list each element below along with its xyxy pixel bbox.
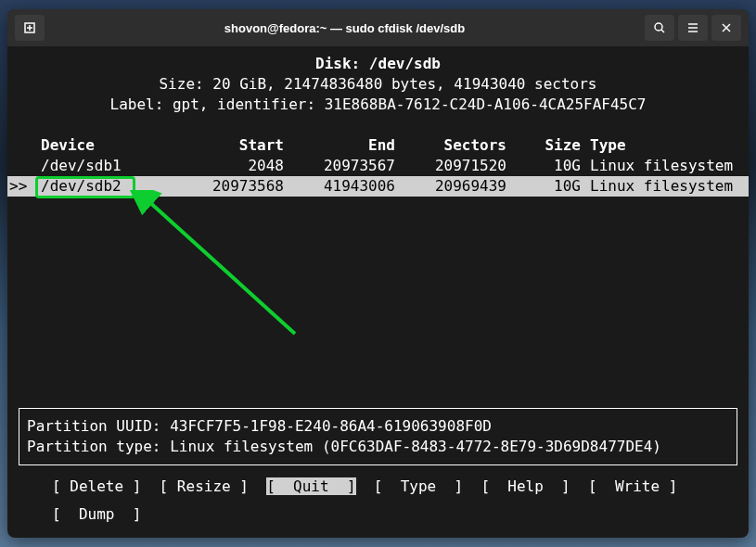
col-sectors: Sectors <box>395 135 506 156</box>
partition-row[interactable]: /dev/sdb1 2048 20973567 20971520 10G Lin… <box>7 156 749 176</box>
terminal-content[interactable]: Disk: /dev/sdb Size: 20 GiB, 21474836480… <box>7 46 749 536</box>
menu-help[interactable]: Help <box>507 477 544 495</box>
menu-type[interactable]: Type <box>401 477 437 495</box>
partition-type-info: Partition type: Linux filesystem (0FC63D… <box>27 437 729 457</box>
col-device: Device <box>41 135 171 156</box>
svg-point-3 <box>655 23 662 31</box>
col-size: Size <box>506 135 581 156</box>
partition-info-box: Partition UUID: 43FCF7F5-1F98-E240-86A4-… <box>19 408 737 465</box>
disk-size-line: Size: 20 GiB, 21474836480 bytes, 4194304… <box>7 74 749 95</box>
titlebar: shovon@fedora:~ — sudo cfdisk /dev/sdb <box>7 9 749 46</box>
search-icon <box>653 21 666 34</box>
menu-delete[interactable]: Delete <box>70 477 123 495</box>
action-menu-row2: [ Dump ] <box>7 501 749 528</box>
disk-label-line: Label: gpt, identifier: 31E868BA-7612-C2… <box>7 95 749 115</box>
partition-table-header: Device Start End Sectors Size Type <box>7 135 749 156</box>
menu-dump[interactable]: Dump <box>79 505 115 523</box>
disk-header: Disk: /dev/sdb <box>7 54 749 74</box>
col-end: End <box>284 135 395 156</box>
action-menu-row1: [ Delete ] [ Resize ] [ Quit ] [ Type ] … <box>7 473 749 501</box>
menu-quit-selected[interactable]: [ Quit ] <box>266 477 355 495</box>
partition-row-selected[interactable]: >> /dev/sdb2 20973568 41943006 20969439 … <box>7 176 749 197</box>
new-tab-button[interactable] <box>15 15 45 41</box>
window-title: shovon@fedora:~ — sudo cfdisk /dev/sdb <box>48 21 641 35</box>
terminal-window: shovon@fedora:~ — sudo cfdisk /dev/sdb D… <box>7 9 749 538</box>
close-button[interactable] <box>711 15 741 41</box>
col-start: Start <box>171 135 284 156</box>
menu-button[interactable] <box>678 15 708 41</box>
hamburger-icon <box>686 21 699 34</box>
menu-write[interactable]: Write <box>615 477 660 495</box>
menu-resize[interactable]: Resize <box>177 477 231 495</box>
search-button[interactable] <box>645 15 674 41</box>
col-type: Type <box>581 135 749 156</box>
new-tab-icon <box>23 21 36 34</box>
partition-uuid: Partition UUID: 43FCF7F5-1F98-E240-86A4-… <box>27 416 729 437</box>
close-icon <box>721 22 732 33</box>
svg-line-4 <box>661 30 664 32</box>
